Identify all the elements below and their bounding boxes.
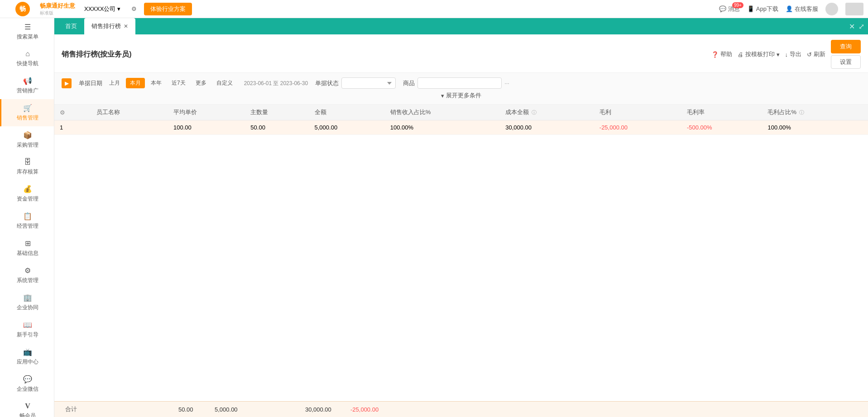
goods-filter-label: 商品 (403, 79, 415, 87)
app-download-label: App下载 (756, 5, 778, 13)
sales-rank-tab-label: 销售排行榜 (91, 22, 121, 30)
export-button[interactable]: ↓ 导出 (785, 50, 802, 58)
user-name-display (845, 3, 863, 15)
expand-conditions-button[interactable]: ▾ 展开更多条件 (441, 91, 481, 100)
message-icon: 💬 (719, 5, 726, 12)
table-row: 1100.0050.005,000.00100.00%30,000.00-25,… (54, 120, 868, 135)
tab-home[interactable]: 首页 (58, 18, 84, 34)
guide-icon: 📖 (23, 321, 32, 329)
online-service-label: 在线客服 (795, 5, 818, 13)
th-amount: 全额 (309, 105, 385, 120)
td-rank: 1 (54, 120, 91, 135)
query-button[interactable]: 查询 (831, 40, 861, 53)
sidebar-item-sales[interactable]: 🛒 销售管理 (0, 99, 54, 126)
enterprise-icon: 🏢 (23, 293, 32, 302)
filter-area: ▶ 单据日期 上月 本月 本年 近7天 更多 自定义 2023-0 (54, 73, 868, 105)
expand-row: ▾ 展开更多条件 (62, 89, 861, 100)
date-range-display: 2023-06-01 至 2023-06-30 (244, 80, 308, 87)
settings-button[interactable]: 设置 (831, 55, 861, 69)
member-icon: V (25, 402, 30, 410)
logo-icon: 畅 (15, 2, 30, 16)
table-header-row: ⚙ 员工名称 平均单价 主数量 全额 销售收入占比% 成本全额 ⓘ 毛利 毛利率 (54, 105, 868, 120)
sidebar-item-marketing[interactable]: 📢 营销推广 (0, 72, 54, 99)
date-btn-this-month[interactable]: 本月 (126, 78, 145, 88)
app-logo: 畅 (5, 2, 41, 16)
date-btn-custom[interactable]: 自定义 (212, 78, 237, 88)
sidebar-item-guide[interactable]: 📖 新手引导 (0, 316, 54, 343)
td-gross-pct: 100.00% (762, 120, 868, 135)
column-settings-icon[interactable]: ⚙ (60, 109, 65, 116)
company-selector[interactable]: XXXXX公司 ▾ (81, 3, 124, 15)
tab-close-all-icon[interactable]: ✕ (849, 22, 855, 31)
td-sales-pct: 100.00% (385, 120, 500, 135)
th-cost-amount: 成本全额 ⓘ (500, 105, 594, 120)
header-right: 💬 消息 99+ 📱 App下载 👤 在线客服 (719, 3, 863, 15)
refresh-icon: ↺ (807, 51, 812, 58)
td-main-qty: 50.00 (245, 120, 309, 135)
sidebar-item-wechat[interactable]: 💬 企业微信 (0, 370, 54, 398)
cost-amount-info-icon[interactable]: ⓘ (532, 110, 537, 115)
sales-icon: 🛒 (23, 104, 32, 112)
refresh-button[interactable]: ↺ 刷新 (807, 50, 825, 58)
online-service-button[interactable]: 👤 在线客服 (786, 5, 818, 13)
th-gross: 毛利 (594, 105, 681, 120)
tab-close-icon[interactable]: ✕ (124, 23, 128, 29)
try-industry-button[interactable]: 体验行业方案 (144, 3, 192, 15)
finance-icon: 💰 (23, 185, 32, 193)
tab-sales-rank[interactable]: 销售排行榜 ✕ (84, 18, 135, 34)
sidebar-item-operations[interactable]: 📋 经营管理 (0, 207, 54, 235)
date-btn-7days[interactable]: 近7天 (168, 78, 190, 88)
gross-pct-info-icon[interactable]: ⓘ (799, 110, 804, 115)
main-layout: ☰ 搜索菜单 ⌂ 快捷导航 📢 营销推广 🛒 销售管理 📦 采购管理 🗄 库存核… (0, 18, 868, 417)
td-avg-price: 100.00 (168, 120, 245, 135)
td-employee (91, 120, 168, 135)
sidebar-item-enterprise[interactable]: 🏢 企业协同 (0, 289, 54, 316)
page-actions: ❓ 帮助 🖨 按模板打印 ▾ ↓ 导出 ↺ 刷新 (711, 40, 861, 69)
expand-icon: ▾ (441, 92, 444, 99)
help-icon: ❓ (711, 51, 719, 58)
date-btn-this-year[interactable]: 本年 (147, 78, 166, 88)
footer-cost-amount: 30,000.00 (300, 406, 345, 413)
template-print-button[interactable]: 🖨 按模板打印 ▾ (738, 50, 780, 58)
sidebar-item-quicknav[interactable]: ⌂ 快捷导航 (0, 45, 54, 72)
th-employee: 员工名称 (91, 105, 168, 120)
page-content: 销售排行榜(按业务员) ❓ 帮助 🖨 按模板打印 ▾ ↓ 导出 (54, 34, 868, 417)
td-gross-rate: -500.00% (681, 120, 762, 135)
message-button[interactable]: 💬 消息 99+ (719, 5, 740, 13)
apps-icon: 📺 (23, 348, 32, 356)
status-filter-select[interactable] (341, 77, 396, 89)
sidebar-item-finance[interactable]: 💰 资金管理 (0, 180, 54, 207)
tab-bar-actions: ✕ ⤢ (849, 22, 864, 31)
sidebar-item-purchase[interactable]: 📦 采购管理 (0, 126, 54, 153)
marketing-icon: 📢 (23, 77, 32, 85)
sidebar-item-inventory[interactable]: 🗄 库存核算 (0, 153, 54, 180)
message-badge: 99+ (732, 2, 743, 8)
th-settings[interactable]: ⚙ (54, 105, 91, 120)
wechat-icon: 💬 (23, 375, 32, 383)
tab-bar: 首页 销售排行榜 ✕ ✕ ⤢ (54, 18, 868, 34)
status-filter-group: 单据状态 (315, 77, 396, 89)
avatar[interactable] (825, 3, 838, 15)
sidebar-item-member[interactable]: V 畅会员 (0, 398, 54, 417)
goods-filter-input[interactable] (417, 77, 502, 89)
data-table: ⚙ 员工名称 平均单价 主数量 全额 销售收入占比% 成本全额 ⓘ 毛利 毛利率 (54, 105, 868, 135)
app-download-button[interactable]: 📱 App下载 (747, 5, 778, 13)
footer-main-qty: 50.00 (173, 406, 209, 413)
help-button[interactable]: ❓ 帮助 (711, 50, 732, 58)
sidebar-item-basics[interactable]: ⊞ 基础信息 (0, 235, 54, 262)
goods-filter-group: 商品 ··· (403, 77, 509, 89)
sidebar-item-system[interactable]: ⚙ 系统管理 (0, 262, 54, 289)
top-settings-button[interactable]: ⚙ (128, 3, 140, 15)
filter-toggle-button[interactable]: ▶ (62, 78, 72, 88)
td-gross: -25,000.00 (594, 120, 681, 135)
goods-filter-more[interactable]: ··· (504, 80, 509, 86)
tab-maximize-icon[interactable]: ⤢ (858, 22, 864, 31)
filter-row: ▶ 单据日期 上月 本月 本年 近7天 更多 自定义 2023-0 (62, 77, 861, 89)
sidebar-item-search[interactable]: ☰ 搜索菜单 (0, 18, 54, 45)
sidebar-item-apps[interactable]: 📺 应用中心 (0, 343, 54, 370)
basics-icon: ⊞ (25, 239, 31, 248)
table-wrapper: ⚙ 员工名称 平均单价 主数量 全额 销售收入占比% 成本全额 ⓘ 毛利 毛利率 (54, 105, 868, 401)
date-btn-prev-month[interactable]: 上月 (105, 78, 124, 88)
footer-label: 合计 (60, 405, 82, 413)
date-btn-more[interactable]: 更多 (192, 78, 211, 88)
